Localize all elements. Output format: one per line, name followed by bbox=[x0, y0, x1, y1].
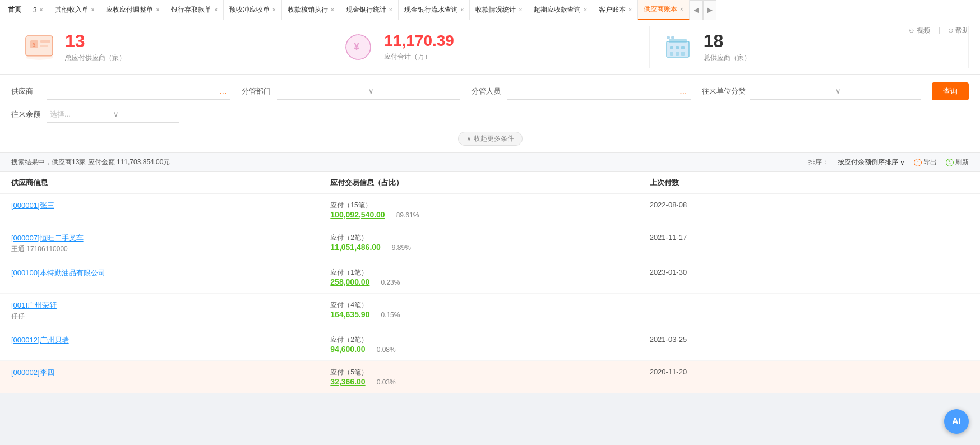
person-dots-icon[interactable]: ... bbox=[679, 86, 687, 96]
nav-tab-customer-ledger-label: 客户账本 bbox=[599, 5, 626, 15]
supplier-link[interactable]: [000007]恒旺二手叉车 bbox=[11, 233, 330, 243]
supplier-link[interactable]: [001]广州荣轩 bbox=[11, 300, 330, 310]
close-icon[interactable]: × bbox=[680, 6, 683, 12]
tx-cell: 应付（4笔） 164,635.90 0.15% bbox=[330, 300, 649, 319]
stats-help-links: ⊙ 视频 ｜ ⊙ 帮助 bbox=[909, 26, 969, 35]
stats-label-payable-total: 应付合计（万） bbox=[384, 52, 454, 62]
supplier-input[interactable] bbox=[50, 83, 219, 100]
nav-tab-receipt-stat[interactable]: 收款情况统计 × bbox=[470, 0, 528, 20]
tx-percent: 0.15% bbox=[381, 311, 400, 319]
nav-right-arrow[interactable]: ▶ bbox=[703, 0, 716, 20]
supplier-link[interactable]: [000012]广州贝瑞 bbox=[11, 335, 330, 345]
help-label: 帮助 bbox=[955, 26, 969, 34]
last-pay-cell: 2023-01-30 bbox=[650, 268, 969, 276]
supplier-link[interactable]: [000002]李四 bbox=[11, 368, 330, 378]
export-button[interactable]: ↑ 导出 bbox=[914, 157, 937, 167]
supplier-input-wrapper[interactable]: ... bbox=[47, 83, 230, 100]
close-icon[interactable]: × bbox=[156, 7, 159, 13]
nav-tab-other-income[interactable]: 其他收入单 × bbox=[49, 0, 101, 20]
svg-text:¥: ¥ bbox=[354, 41, 359, 52]
nav-left-arrow[interactable]: ◀ bbox=[690, 0, 703, 20]
supplier-info-cell: [000001]张三 bbox=[11, 201, 330, 211]
nav-tab-supplier-ledger[interactable]: 供应商账本 × bbox=[638, 0, 690, 20]
tx-amount[interactable]: 32,366.00 bbox=[330, 377, 365, 386]
nav-tab-cash-bank-flow[interactable]: 现金银行流水查询 × bbox=[399, 0, 470, 20]
nav-tab-overdue[interactable]: 超期应收款查询 × bbox=[528, 0, 593, 20]
tx-cell: 应付（2笔） 11,051,486.00 9.89% bbox=[330, 233, 649, 252]
query-button[interactable]: 查询 bbox=[932, 82, 969, 100]
help-separator: ｜ bbox=[936, 26, 942, 35]
close-icon[interactable]: × bbox=[91, 7, 95, 13]
person-input-wrapper[interactable]: ... bbox=[507, 83, 691, 100]
svg-rect-2 bbox=[40, 40, 50, 43]
nav-tab-receipt-verify-label: 收款核销执行 bbox=[288, 5, 328, 15]
total-supplier-icon bbox=[661, 30, 695, 64]
tx-cell: 应付（15笔） 100,092,540.00 89.61% bbox=[330, 201, 649, 219]
close-icon[interactable]: × bbox=[214, 7, 218, 13]
tx-amount[interactable]: 11,051,486.00 bbox=[330, 243, 381, 252]
last-pay-value: 2022-08-08 bbox=[650, 201, 687, 209]
stats-label-total-supplier: 总供应商（家） bbox=[704, 53, 751, 63]
supplier-link[interactable]: [000100]本特勤油品有限公司 bbox=[11, 268, 330, 278]
tx-label: 应付（15笔） bbox=[330, 201, 649, 210]
result-bar: 搜索结果中，供应商13家 应付金额 111,703,854.00元 排序： 按应… bbox=[0, 153, 980, 172]
svg-text:¥: ¥ bbox=[33, 42, 36, 48]
help-link[interactable]: ⊙ 帮助 bbox=[948, 26, 969, 35]
nav-tab-other-income-label: 其他收入单 bbox=[55, 5, 89, 15]
last-pay-value: 2020-11-20 bbox=[650, 368, 687, 376]
nav-tab-prepay[interactable]: 预收冲应收单 × bbox=[224, 0, 282, 20]
supplier-dots-icon[interactable]: ... bbox=[219, 86, 226, 96]
close-icon[interactable]: × bbox=[40, 7, 43, 13]
video-link[interactable]: ⊙ 视频 bbox=[909, 26, 930, 35]
close-icon[interactable]: × bbox=[584, 7, 587, 13]
last-pay-cell: 2021-11-17 bbox=[650, 233, 969, 242]
tx-amount-row: 94,600.00 0.08% bbox=[330, 345, 649, 354]
nav-tab-customer-ledger[interactable]: 客户账本 × bbox=[593, 0, 638, 20]
nav-tab-3-label: 3 bbox=[33, 6, 37, 14]
close-icon[interactable]: × bbox=[461, 7, 464, 13]
collapse-bar: ∧ 收起更多条件 bbox=[11, 128, 969, 147]
person-input[interactable] bbox=[510, 83, 679, 100]
refresh-button[interactable]: ↻ 刷新 bbox=[946, 157, 969, 167]
table-row: [000100]本特勤油品有限公司 应付（1笔） 258,000.00 0.23… bbox=[0, 261, 980, 294]
tx-amount[interactable]: 100,092,540.00 bbox=[330, 210, 385, 219]
tx-amount[interactable]: 94,600.00 bbox=[330, 345, 365, 354]
stats-number-total-supplier: 18 bbox=[704, 31, 751, 51]
tx-amount-row: 164,635.90 0.15% bbox=[330, 310, 649, 319]
supplier-link[interactable]: [000001]张三 bbox=[11, 201, 330, 211]
nav-tab-3[interactable]: 3 × bbox=[27, 0, 49, 20]
svg-rect-0 bbox=[26, 36, 53, 56]
dept-select[interactable]: ∨ bbox=[277, 83, 461, 100]
balance-select[interactable]: 选择... ∨ bbox=[47, 106, 179, 123]
supplier-info-cell: [001]广州荣轩 仔仔 bbox=[11, 300, 330, 321]
nav-tab-home[interactable]: 首页 bbox=[2, 0, 27, 20]
filter-label-person: 分管人员 bbox=[471, 86, 502, 96]
nav-tab-receipt-verify[interactable]: 收款核销执行 × bbox=[282, 0, 340, 20]
category-select[interactable]: ∨ bbox=[750, 83, 921, 100]
tx-amount-row: 258,000.00 0.23% bbox=[330, 277, 649, 286]
close-icon[interactable]: × bbox=[389, 7, 392, 13]
collapse-button[interactable]: ∧ 收起更多条件 bbox=[458, 132, 523, 146]
close-icon[interactable]: × bbox=[519, 7, 522, 13]
tx-percent: 89.61% bbox=[396, 211, 419, 219]
nav-tab-overdue-label: 超期应收款查询 bbox=[534, 5, 581, 15]
tx-amount-row: 100,092,540.00 89.61% bbox=[330, 210, 649, 219]
nav-tab-bank-deposit[interactable]: 银行存取款单 × bbox=[165, 0, 224, 20]
table-row: [000012]广州贝瑞 应付（2笔） 94,600.00 0.08% 2021… bbox=[0, 328, 980, 361]
dept-arrow-icon: ∨ bbox=[368, 87, 457, 95]
svg-rect-10 bbox=[670, 46, 673, 49]
nav-tab-adjust[interactable]: 应收应付调整单 × bbox=[100, 0, 165, 20]
close-icon[interactable]: × bbox=[272, 7, 276, 13]
close-icon[interactable]: × bbox=[331, 7, 334, 13]
filter-area: 供应商 ... 分管部门 ∨ 分管人员 ... 往来单位分类 bbox=[0, 75, 980, 153]
tx-percent: 0.08% bbox=[377, 346, 396, 354]
export-label: 导出 bbox=[923, 157, 937, 167]
filter-item-category: 往来单位分类 ∨ bbox=[702, 83, 921, 100]
sort-select[interactable]: 按应付余额倒序排序 ∨ bbox=[838, 157, 905, 167]
balance-arrow-icon: ∨ bbox=[113, 110, 177, 118]
nav-tab-cash-bank-stat[interactable]: 现金银行统计 × bbox=[340, 0, 399, 20]
tx-amount[interactable]: 164,635.90 bbox=[330, 310, 369, 319]
refresh-label: 刷新 bbox=[955, 157, 969, 167]
tx-amount[interactable]: 258,000.00 bbox=[330, 277, 369, 286]
close-icon[interactable]: × bbox=[628, 7, 632, 13]
